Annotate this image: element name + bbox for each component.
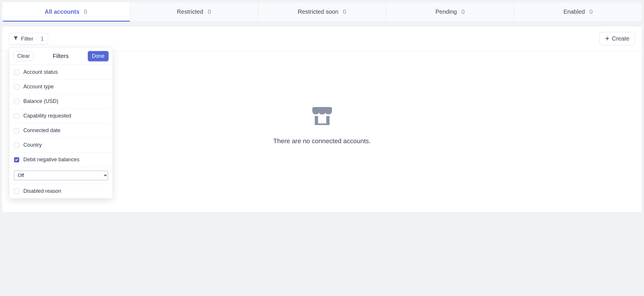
filter-option-connected-date[interactable]: Connected date bbox=[9, 123, 113, 138]
checkbox-icon[interactable] bbox=[14, 189, 19, 194]
filters-popover-header: Clear Filters Done bbox=[9, 48, 113, 65]
filter-option-balance-usd[interactable]: Balance (USD) bbox=[9, 94, 113, 109]
filter-button[interactable]: Filter 1 bbox=[9, 33, 48, 45]
done-filters-button[interactable]: Done bbox=[88, 51, 109, 61]
filters-popover-title: Filters bbox=[34, 53, 88, 59]
tab-restricted-soon[interactable]: Restricted soon 0 bbox=[258, 2, 386, 22]
tab-count: 0 bbox=[461, 8, 465, 15]
filters-popover: Clear Filters Done Account status Accoun… bbox=[9, 47, 113, 199]
filter-select-row: Off bbox=[9, 167, 113, 184]
filter-count-badge: 1 bbox=[37, 36, 44, 42]
filter-option-label: Account status bbox=[23, 69, 58, 75]
filter-option-account-type[interactable]: Account type bbox=[9, 80, 113, 94]
content-panel: Filter 1 Create Clear Filters Done Accou… bbox=[2, 26, 642, 213]
checkbox-icon[interactable] bbox=[14, 128, 19, 133]
tab-count: 0 bbox=[84, 8, 87, 15]
tab-all-accounts[interactable]: All accounts 0 bbox=[2, 2, 130, 22]
checkbox-icon[interactable] bbox=[14, 157, 19, 162]
debit-negative-balances-select[interactable]: Off bbox=[14, 171, 108, 180]
tab-count: 0 bbox=[589, 8, 593, 15]
filter-option-disabled-reason[interactable]: Disabled reason bbox=[9, 184, 113, 198]
tab-count: 0 bbox=[343, 8, 346, 15]
checkbox-icon[interactable] bbox=[14, 113, 19, 119]
create-button-label: Create bbox=[612, 35, 629, 42]
filter-option-capability-requested[interactable]: Capability requested bbox=[9, 109, 113, 123]
plus-icon bbox=[605, 36, 610, 42]
checkbox-icon[interactable] bbox=[14, 70, 19, 75]
tab-label: Restricted bbox=[177, 8, 203, 15]
checkbox-icon[interactable] bbox=[14, 143, 19, 148]
clear-filters-button[interactable]: Clear bbox=[13, 51, 34, 61]
filter-option-label: Debit negative balances bbox=[23, 157, 79, 163]
tab-restricted[interactable]: Restricted 0 bbox=[130, 2, 258, 22]
tab-label: All accounts bbox=[45, 8, 79, 15]
checkbox-icon[interactable] bbox=[14, 84, 19, 90]
filter-option-label: Country bbox=[23, 142, 42, 148]
filter-option-label: Disabled reason bbox=[23, 188, 61, 194]
create-button[interactable]: Create bbox=[599, 32, 635, 45]
filter-option-label: Connected date bbox=[23, 127, 60, 134]
filter-button-label: Filter bbox=[21, 36, 33, 42]
tab-label: Pending bbox=[435, 8, 457, 15]
checkbox-icon[interactable] bbox=[14, 99, 19, 104]
store-icon bbox=[309, 102, 335, 129]
account-tabs: All accounts 0 Restricted 0 Restricted s… bbox=[2, 2, 642, 22]
filter-option-country[interactable]: Country bbox=[9, 138, 113, 153]
tab-enabled[interactable]: Enabled 0 bbox=[514, 2, 642, 22]
filter-icon bbox=[13, 36, 18, 42]
filter-option-account-status[interactable]: Account status bbox=[9, 65, 113, 80]
filter-option-debit-negative-balances[interactable]: Debit negative balances bbox=[9, 153, 113, 167]
tab-label: Enabled bbox=[563, 8, 585, 15]
tab-pending[interactable]: Pending 0 bbox=[386, 2, 514, 22]
tab-count: 0 bbox=[208, 8, 211, 15]
filter-option-label: Balance (USD) bbox=[23, 98, 58, 104]
filter-option-label: Capability requested bbox=[23, 113, 71, 119]
filter-option-label: Account type bbox=[23, 84, 54, 90]
tab-label: Restricted soon bbox=[298, 8, 338, 15]
